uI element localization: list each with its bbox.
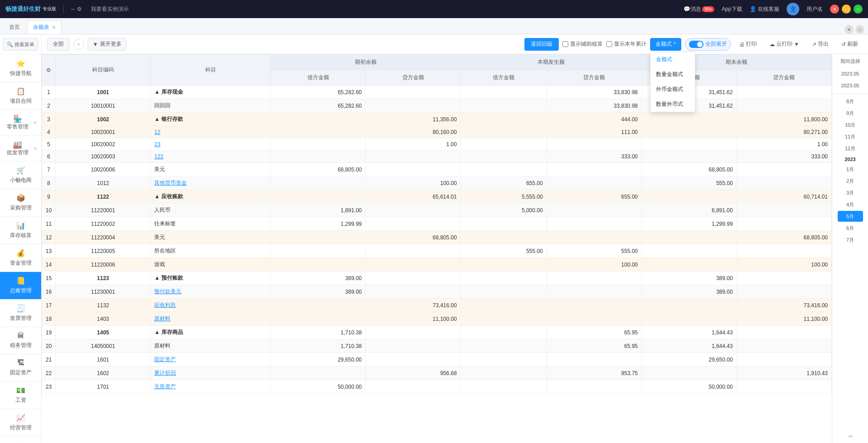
table-row[interactable]: 9 1122 ▲ 应收账款 65,614.01 5,555.00 655.00 … xyxy=(42,190,832,204)
month-4[interactable]: 4月 xyxy=(838,199,863,210)
table-row[interactable]: 11 11220002 往来标签 1,299.99 1,299.99 xyxy=(42,217,832,231)
table-row[interactable]: 8 1012 其他货币资金 100.00 655.00 555.00 xyxy=(42,176,832,190)
sidebar-item-ecommerce[interactable]: 🛒 小畅电商 xyxy=(0,162,41,189)
back-old-version-button[interactable]: 退回旧版 xyxy=(524,38,559,51)
table-row[interactable]: 22 1602 累计折旧 956.68 953.75 1,910.43 xyxy=(42,367,832,380)
message-btn[interactable]: 💬 消息 99+ xyxy=(684,5,714,13)
cloud-print-button[interactable]: ☁ 云打印 ▼ xyxy=(765,38,804,51)
account-link[interactable]: 23 xyxy=(154,141,160,148)
table-row[interactable]: 17 1132 应收利息 73,416.00 73,416.00 xyxy=(42,299,832,312)
expand-more-button[interactable]: ▼ 展开更多 xyxy=(88,38,127,51)
account-name[interactable]: 其他货币资金 xyxy=(151,176,271,190)
table-row[interactable]: 10 11220001 人民币 1,891.00 5,000.00 6,891.… xyxy=(42,204,832,217)
period-start[interactable]: 2023.05 xyxy=(838,68,863,79)
table-row[interactable]: 23 1701 无形资产 50,000.00 50,000.00 xyxy=(42,380,832,394)
month-8[interactable]: 8月 xyxy=(838,96,863,107)
expand-all-toggle[interactable]: 全部展开 xyxy=(685,38,731,51)
sidebar-item-wholesale[interactable]: 🏭 批发管理 ▼ xyxy=(0,136,41,162)
tab-balance-close[interactable]: ✕ xyxy=(52,25,56,30)
dropdown-item-amount[interactable]: 金额式 xyxy=(651,52,695,67)
table-row[interactable]: 1 1001 ▲ 库存现金 65,282.60 33,830.98 31,451… xyxy=(42,86,832,99)
search-menu-button[interactable]: 🔍 搜索菜单 xyxy=(3,38,38,51)
month-7[interactable]: 7月 xyxy=(838,234,863,245)
account-link[interactable]: 其他货币资金 xyxy=(154,180,187,186)
account-name[interactable]: 122 xyxy=(151,151,271,163)
ytd-checkbox-input[interactable] xyxy=(606,41,612,47)
demo-link[interactable]: 我要看实例演示 xyxy=(91,5,129,13)
auxiliary-checkbox-input[interactable] xyxy=(562,41,568,47)
month-2[interactable]: 2月 xyxy=(838,176,863,186)
sidebar-item-finance[interactable]: 💰 资金管理 xyxy=(0,244,41,272)
export-button[interactable]: ↗ 导出 xyxy=(807,38,833,51)
show-auxiliary-checkbox[interactable]: 显示辅助核算 xyxy=(562,40,603,48)
table-row[interactable]: 5 10020002 23 1.00 1.00 xyxy=(42,138,832,151)
tab-home[interactable]: 首页 xyxy=(4,20,25,34)
sidebar-item-invoice[interactable]: 🧾 发票管理 xyxy=(0,300,41,327)
sidebar-item-purchase[interactable]: 📦 采购管理 xyxy=(0,189,41,217)
month-5[interactable]: 5月 xyxy=(838,211,863,222)
sidebar-item-retail[interactable]: 🏪 零售管理 ▼ xyxy=(0,110,41,136)
dropdown-item-foreign-amount[interactable]: 外币金额式 xyxy=(651,82,695,97)
app-download-btn[interactable]: App下载 xyxy=(722,5,742,13)
dropdown-item-qty-amount[interactable]: 数量金额式 xyxy=(651,67,695,82)
month-11[interactable]: 11月 xyxy=(838,131,863,142)
sidebar-item-general-ledger[interactable]: 📒 总账管理 xyxy=(0,272,41,300)
table-row[interactable]: 21 1601 固定资产 29,650.00 29,650.00 xyxy=(42,353,832,367)
table-row[interactable]: 20 14050001 原材料 1,710.38 65.95 1,644.43 xyxy=(42,339,832,353)
period-end[interactable]: 2023.05 xyxy=(838,80,863,91)
table-row[interactable]: 16 11230001 预付款美元 389.00 389.00 xyxy=(42,285,832,299)
show-ytd-checkbox[interactable]: 显示本年累计 xyxy=(606,40,646,48)
all-button[interactable]: 全部 xyxy=(47,38,70,51)
sidebar-item-salary[interactable]: 💵 工资 xyxy=(0,381,41,409)
tab-restore-btn[interactable]: ✕ xyxy=(844,25,854,34)
account-name[interactable]: 固定资产 xyxy=(151,353,271,367)
table-row[interactable]: 15 1123 ▲ 预付账款 389.00 389.00 xyxy=(42,272,832,285)
win-minimize-btn[interactable]: − xyxy=(842,5,851,14)
sidebar-item-fixed-assets[interactable]: 🏗 固定资产 xyxy=(0,354,41,381)
sidebar-item-quick-nav[interactable]: ⭐ 快捷导航 xyxy=(0,55,41,82)
account-name[interactable]: 23 xyxy=(151,138,271,151)
refresh-button[interactable]: ↺ 刷新 xyxy=(837,38,863,51)
month-3[interactable]: 3月 xyxy=(838,187,863,198)
sidebar-item-sales[interactable]: 💳 小畅报销 xyxy=(0,437,41,443)
settings-col-header[interactable]: ⚙ xyxy=(42,55,56,86)
sidebar-item-project[interactable]: 📋 项目合同 xyxy=(0,82,41,110)
account-link[interactable]: 无形资产 xyxy=(154,383,176,390)
table-row[interactable]: 6 10020003 122 333.00 333.00 xyxy=(42,151,832,163)
table-row[interactable]: 19 1405 ▲ 库存商品 1,710.38 65.95 1,644.43 xyxy=(42,326,832,339)
account-name[interactable]: 累计折旧 xyxy=(151,367,271,380)
collapse-panel-btn[interactable]: ⇒ xyxy=(848,429,853,443)
account-link[interactable]: 应收利息 xyxy=(154,302,176,308)
table-row[interactable]: 2 10010001 回回回 65,282.60 33,830.98 31,45… xyxy=(42,99,832,113)
account-link[interactable]: 固定资产 xyxy=(154,356,176,362)
username[interactable]: 用户名 xyxy=(807,5,823,13)
account-link[interactable]: 原材料 xyxy=(154,315,170,322)
tab-expand-btn[interactable]: □ xyxy=(855,25,864,34)
month-10[interactable]: 10月 xyxy=(838,119,863,130)
month-12[interactable]: 12月 xyxy=(838,143,863,154)
account-name[interactable]: 预付款美元 xyxy=(151,285,271,299)
online-service-btn[interactable]: 👤 在线客服 xyxy=(750,5,779,13)
table-row[interactable]: 3 1002 ▲ 银行存款 11,356.00 444.00 11,800.00 xyxy=(42,113,832,126)
account-link[interactable]: 预付款美元 xyxy=(154,288,181,295)
table-row[interactable]: 7 10020006 美元 68,805.00 68,805.00 xyxy=(42,163,832,176)
month-6[interactable]: 6月 xyxy=(838,223,863,233)
month-1[interactable]: 1月 xyxy=(838,164,863,175)
account-link[interactable]: 累计折旧 xyxy=(154,370,176,376)
sidebar-item-operations[interactable]: 📈 经营管理 xyxy=(0,409,41,437)
print-button[interactable]: 🖨 打印 xyxy=(735,38,761,51)
account-link[interactable]: 12 xyxy=(154,129,160,135)
month-9[interactable]: 9月 xyxy=(838,108,863,119)
table-row[interactable]: 12 11220004 美元 68,805.00 68,805.00 xyxy=(42,231,832,244)
settings-icon[interactable]: ⚙ xyxy=(77,6,82,12)
amount-type-button[interactable]: 金额式 ^ xyxy=(650,38,681,51)
table-row[interactable]: 4 10020001 12 80,160.00 111.00 80,271.00 xyxy=(42,126,832,138)
sidebar-item-inventory[interactable]: 📊 库存核算 xyxy=(0,217,41,244)
user-avatar[interactable]: 👤 xyxy=(787,3,799,15)
account-name[interactable]: 12 xyxy=(151,126,271,138)
account-link[interactable]: 122 xyxy=(154,153,163,160)
table-row[interactable]: 14 11220006 游戏 100.00 100.00 xyxy=(42,258,832,272)
prev-button[interactable]: ‹ xyxy=(73,39,84,50)
account-name[interactable]: 无形资产 xyxy=(151,380,271,394)
table-row[interactable]: 13 11220005 所在地区 555.00 555.00 xyxy=(42,244,832,258)
